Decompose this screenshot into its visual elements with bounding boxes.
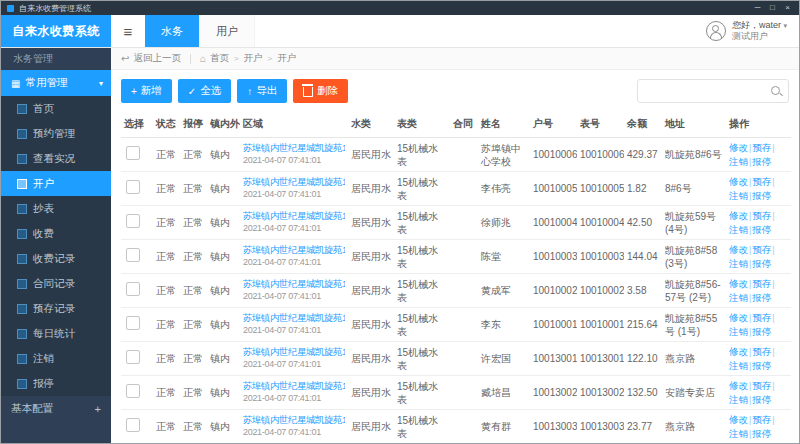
row-action-deposit[interactable]: 预存: [752, 142, 771, 153]
row-action-deposit[interactable]: 预存: [752, 346, 771, 357]
user-menu[interactable]: 您好，water ▾ 测试用户: [706, 15, 799, 47]
row-action-modify[interactable]: 修改: [729, 142, 748, 153]
sidebar-item-fee-records[interactable]: 收费记录: [1, 246, 111, 271]
row-action-suspend[interactable]: 报停: [752, 190, 771, 201]
sidebar-item-deposit-records[interactable]: 预存记录: [1, 296, 111, 321]
tab-water[interactable]: 水务: [145, 15, 200, 47]
maximize-icon[interactable]: □: [765, 1, 780, 15]
table-row: 正常正常镇内苏埠镇内世纪星城凯旋苑12021-04-07 07:41:01居民用…: [121, 376, 791, 410]
cell-actions: 修改|预存|注销|报停: [726, 240, 791, 274]
sidebar-item-label: 预约管理: [33, 127, 75, 141]
tab-user[interactable]: 用户: [200, 15, 255, 47]
hamburger-icon[interactable]: ≡: [111, 15, 145, 47]
search-input[interactable]: [637, 79, 789, 103]
action-separator: |: [772, 177, 774, 187]
row-checkbox[interactable]: [126, 214, 140, 228]
row-action-suspend[interactable]: 报停: [752, 360, 771, 371]
row-action-suspend[interactable]: 报停: [752, 326, 771, 337]
row-action-modify[interactable]: 修改: [729, 210, 748, 221]
row-action-writeoff[interactable]: 注销: [729, 428, 748, 439]
sidebar-item-daily-stats[interactable]: 每日统计: [1, 321, 111, 346]
sidebar-item-fees[interactable]: 收费: [1, 221, 111, 246]
row-action-deposit[interactable]: 预存: [752, 176, 771, 187]
row-action-writeoff[interactable]: 注销: [729, 360, 748, 371]
cell-name: 黄成军: [478, 274, 530, 308]
sidebar-item-open-account[interactable]: 开户: [1, 171, 111, 196]
sidebar-group-common-management[interactable]: ▦ 常用管理 ▾: [1, 70, 111, 96]
row-checkbox[interactable]: [126, 146, 140, 160]
row-action-writeoff[interactable]: 注销: [729, 190, 748, 201]
search-icon[interactable]: [771, 86, 780, 95]
sidebar-group-basic-config[interactable]: 基本配置 +: [1, 396, 111, 422]
minimize-icon[interactable]: ─: [750, 1, 765, 15]
row-action-deposit[interactable]: 预存: [752, 210, 771, 221]
row-action-modify[interactable]: 修改: [729, 346, 748, 357]
row-checkbox[interactable]: [126, 282, 140, 296]
sidebar-item-contract-records[interactable]: 合同记录: [1, 271, 111, 296]
cell-select: [121, 410, 153, 444]
select-all-button[interactable]: ✓ 全选: [178, 79, 231, 103]
row-action-suspend[interactable]: 报停: [752, 224, 771, 235]
region-link[interactable]: 苏埠镇内世纪星城凯旋苑1: [243, 312, 345, 324]
delete-button[interactable]: 删除: [293, 79, 348, 103]
row-checkbox[interactable]: [126, 350, 140, 364]
row-action-suspend[interactable]: 报停: [752, 156, 771, 167]
export-button[interactable]: ↑ 导出: [237, 79, 287, 103]
row-action-writeoff[interactable]: 注销: [729, 292, 748, 303]
row-action-modify[interactable]: 修改: [729, 312, 748, 323]
back-icon: ↩: [121, 53, 129, 64]
region-link[interactable]: 苏埠镇内世纪星城凯旋苑1: [243, 176, 345, 188]
row-action-writeoff[interactable]: 注销: [729, 258, 748, 269]
row-action-deposit[interactable]: 预存: [752, 244, 771, 255]
row-action-writeoff[interactable]: 注销: [729, 156, 748, 167]
cell-contract: [450, 308, 478, 342]
cell-account-no: 10010001: [530, 308, 577, 342]
menu-square-icon: [17, 204, 27, 214]
row-checkbox[interactable]: [126, 418, 140, 432]
add-button[interactable]: + 新增: [121, 79, 172, 103]
row-action-suspend[interactable]: 报停: [752, 292, 771, 303]
menu-square-icon: [17, 229, 27, 239]
row-action-deposit[interactable]: 预存: [752, 380, 771, 391]
row-action-writeoff[interactable]: 注销: [729, 224, 748, 235]
row-action-suspend[interactable]: 报停: [752, 394, 771, 405]
region-link[interactable]: 苏埠镇内世纪星城凯旋苑1: [243, 380, 345, 392]
region-link[interactable]: 苏埠镇内世纪星城凯旋苑1: [243, 210, 345, 222]
sidebar-item-appointments[interactable]: 预约管理: [1, 121, 111, 146]
row-action-writeoff[interactable]: 注销: [729, 326, 748, 337]
row-action-suspend[interactable]: 报停: [752, 428, 771, 439]
sidebar-item-meter-reading[interactable]: 抄表: [1, 196, 111, 221]
row-checkbox[interactable]: [126, 316, 140, 330]
region-link[interactable]: 苏埠镇内世纪星城凯旋苑1: [243, 346, 345, 358]
row-action-modify[interactable]: 修改: [729, 176, 748, 187]
back-link[interactable]: 返回上一页: [133, 52, 181, 65]
row-action-modify[interactable]: 修改: [729, 380, 748, 391]
table-row: 正常正常镇内苏埠镇内世纪星城凯旋苑12021-04-07 07:41:01居民用…: [121, 172, 791, 206]
row-action-writeoff[interactable]: 注销: [729, 394, 748, 405]
row-action-modify[interactable]: 修改: [729, 414, 748, 425]
sidebar-item-suspend[interactable]: 报停: [1, 371, 111, 396]
row-action-modify[interactable]: 修改: [729, 278, 748, 289]
region-link[interactable]: 苏埠镇内世纪星城凯旋苑1: [243, 244, 345, 256]
row-action-deposit[interactable]: 预存: [752, 414, 771, 425]
row-action-suspend[interactable]: 报停: [752, 258, 771, 269]
breadcrumb-item-1[interactable]: 开户: [244, 52, 263, 65]
breadcrumb-item-2[interactable]: 开户: [277, 52, 296, 65]
row-checkbox[interactable]: [126, 248, 140, 262]
row-action-deposit[interactable]: 预存: [752, 312, 771, 323]
plus-icon: +: [95, 403, 101, 415]
region-link[interactable]: 苏埠镇内世纪星城凯旋苑1: [243, 414, 345, 426]
region-link[interactable]: 苏埠镇内世纪星城凯旋苑1: [243, 142, 345, 154]
sidebar-item-home[interactable]: 首页: [1, 96, 111, 121]
close-icon[interactable]: ×: [780, 1, 795, 15]
sidebar-item-live-view[interactable]: 查看实况: [1, 146, 111, 171]
toolbar: + 新增 ✓ 全选 ↑ 导出 删除: [111, 70, 799, 111]
row-action-modify[interactable]: 修改: [729, 244, 748, 255]
region-link[interactable]: 苏埠镇内世纪星城凯旋苑1: [243, 278, 345, 290]
row-checkbox[interactable]: [126, 180, 140, 194]
sidebar-item-writeoff[interactable]: 注销: [1, 346, 111, 371]
cell-status: 正常: [153, 274, 180, 308]
row-action-deposit[interactable]: 预存: [752, 278, 771, 289]
row-checkbox[interactable]: [126, 384, 140, 398]
breadcrumb-item-0[interactable]: 首页: [210, 52, 229, 65]
